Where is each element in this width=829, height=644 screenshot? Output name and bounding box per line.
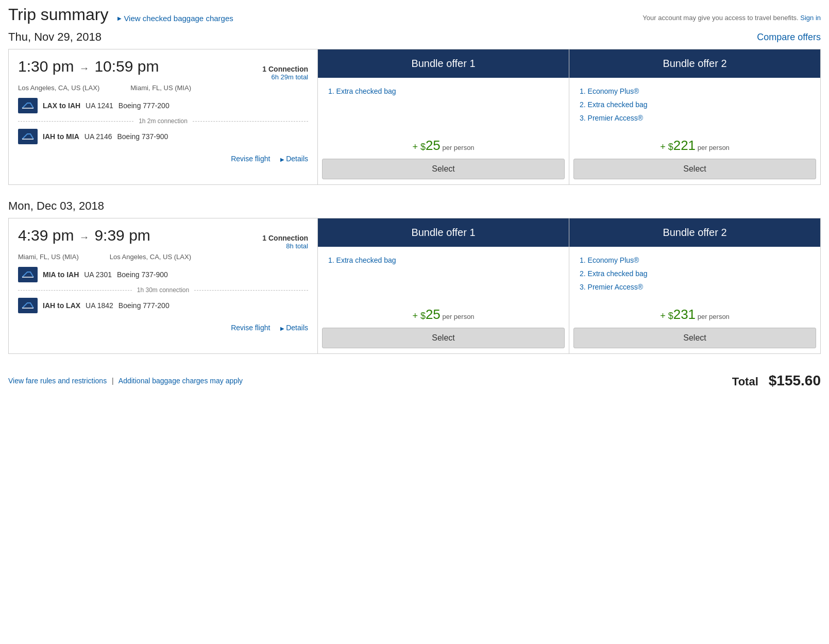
connection-count-2: 1 Connection xyxy=(262,234,308,242)
bundle-price-per-2b: per person xyxy=(698,313,730,320)
footer-links: View fare rules and restrictions | Addit… xyxy=(8,377,243,385)
segment-aircraft-1b: Boeing 737-900 xyxy=(117,132,168,141)
date-label-1: Thu, Nov 29, 2018 xyxy=(8,30,101,44)
bundle-feature-2b-1: 1. Economy Plus® xyxy=(580,256,810,264)
bundle-header-2b: Bundle offer 2 xyxy=(569,218,820,247)
depart-time-2: 4:39 pm xyxy=(18,227,74,244)
city-pair-2: Miami, FL, US (MIA) Los Angeles, CA, US … xyxy=(18,253,308,267)
ua-logo-2b xyxy=(18,298,38,313)
bundle-feature-2b-3: 3. Premier Access® xyxy=(580,283,810,291)
bundle-price-amount-1a: 25 xyxy=(426,138,441,153)
flight-actions-1: Revise flight Details xyxy=(18,151,308,163)
segment-route-2b: IAH to LAX xyxy=(43,301,80,310)
connection-info-1: 1 Connection 6h 29m total xyxy=(262,65,308,81)
details-link-2[interactable]: Details xyxy=(280,324,308,332)
bundle-price-amount-1b: 221 xyxy=(673,138,696,153)
segment-aircraft-1a: Boeing 777-200 xyxy=(119,101,170,110)
bundle-price-1b: + $221 per person xyxy=(569,132,820,157)
bundle-select-btn-2a[interactable]: Select xyxy=(322,328,565,348)
bundle-features-2a: 1. Extra checked bag xyxy=(318,247,569,301)
bundle-select-btn-1b[interactable]: Select xyxy=(573,159,816,179)
bundle-price-amount-2a: 25 xyxy=(426,307,441,322)
footer-separator: | xyxy=(112,377,114,385)
bundle-feature-1b-2: 2. Extra checked bag xyxy=(580,100,810,109)
flight-details-2: 4:39 pm → 9:39 pm 1 Connection 8h total … xyxy=(9,218,318,353)
segment-aircraft-2b: Boeing 777-200 xyxy=(119,301,170,310)
connection-divider-2: 1h 30m connection xyxy=(18,286,308,294)
flight-details-1: 1:30 pm → 10:59 pm 1 Connection 6h 29m t… xyxy=(9,49,318,184)
bundle-feature-2b-2: 2. Extra checked bag xyxy=(580,269,810,278)
svg-rect-0 xyxy=(20,100,36,111)
bundle-col-2a: Bundle offer 1 1. Extra checked bag + $2… xyxy=(318,218,569,353)
segment-flight-2b: UA 1842 xyxy=(86,301,113,310)
segment-row-2a: MIA to IAH UA 2301 Boeing 737-900 xyxy=(18,267,308,282)
flight-actions-2: Revise flight Details xyxy=(18,320,308,332)
bundle-col-1a: Bundle offer 1 1. Extra checked bag + $2… xyxy=(318,49,569,184)
ua-logo-2a xyxy=(18,267,38,282)
bundle-price-sign-1a: + $ xyxy=(412,142,426,152)
date-label-2: Mon, Dec 03, 2018 xyxy=(8,199,104,213)
baggage-note-link[interactable]: Additional baggage charges may apply xyxy=(119,377,243,385)
bundle-price-2a: + $25 per person xyxy=(318,301,569,326)
revise-flight-link-2[interactable]: Revise flight xyxy=(231,324,270,332)
bundle-col-1b: Bundle offer 2 1. Economy Plus® 2. Extra… xyxy=(569,49,820,184)
bundle-price-1a: + $25 per person xyxy=(318,132,569,157)
bundle-price-per-1a: per person xyxy=(442,144,474,151)
flight-card-2: 4:39 pm → 9:39 pm 1 Connection 8h total … xyxy=(8,218,821,354)
bundle-price-amount-2b: 231 xyxy=(673,307,696,322)
segment-route-1a: LAX to IAH xyxy=(43,101,80,110)
total-section: Total $155.60 xyxy=(732,372,821,389)
connection-count-1: 1 Connection xyxy=(262,65,308,73)
segment-aircraft-2a: Boeing 737-900 xyxy=(117,270,168,279)
bundle-feature-1a-1: 1. Extra checked bag xyxy=(328,87,559,95)
city-pair-1: Los Angeles, CA, US (LAX) Miami, FL, US … xyxy=(18,84,308,98)
bundle-features-1b: 1. Economy Plus® 2. Extra checked bag 3.… xyxy=(569,78,820,132)
svg-rect-1 xyxy=(20,131,36,142)
flight-times-1: 1:30 pm → 10:59 pm 1 Connection 6h 29m t… xyxy=(18,58,308,81)
revise-flight-link-1[interactable]: Revise flight xyxy=(231,155,270,163)
segment-route-2a: MIA to IAH xyxy=(43,270,79,279)
arrive-city-2: Los Angeles, CA, US (LAX) xyxy=(110,253,191,261)
segment-row-2b: IAH to LAX UA 1842 Boeing 777-200 xyxy=(18,298,308,313)
bundle-header-1a: Bundle offer 1 xyxy=(318,49,569,78)
ua-logo-1b xyxy=(18,129,38,144)
date-row-1: Thu, Nov 29, 2018 Compare offers xyxy=(8,30,821,44)
svg-rect-2 xyxy=(20,269,36,280)
view-baggage-link[interactable]: View checked baggage charges xyxy=(117,14,233,23)
segment-row-1b: IAH to MIA UA 2146 Boeing 737-900 xyxy=(18,129,308,144)
ua-logo-1a xyxy=(18,98,38,113)
account-notice: Your account may give you access to trav… xyxy=(642,14,821,22)
segment-row-1a: LAX to IAH UA 1241 Boeing 777-200 xyxy=(18,98,308,113)
bundle-price-sign-2b: + $ xyxy=(660,311,673,321)
total-amount: $155.60 xyxy=(769,372,821,389)
connection-divider-1: 1h 2m connection xyxy=(18,117,308,125)
total-time-2: 8h total xyxy=(262,242,308,250)
bundle-price-per-1b: per person xyxy=(698,144,730,151)
arrow-icon-2: → xyxy=(79,231,89,243)
depart-city-1: Los Angeles, CA, US (LAX) xyxy=(18,84,99,92)
compare-offers-link-1[interactable]: Compare offers xyxy=(757,32,821,43)
sign-in-link[interactable]: Sign in xyxy=(800,14,821,22)
details-link-1[interactable]: Details xyxy=(280,155,308,163)
segment-route-1b: IAH to MIA xyxy=(43,132,79,141)
fare-rules-link[interactable]: View fare rules and restrictions xyxy=(8,377,107,385)
date-row-2: Mon, Dec 03, 2018 xyxy=(8,199,821,213)
segment-flight-1b: UA 2146 xyxy=(84,132,112,141)
bundle-feature-2a-1: 1. Extra checked bag xyxy=(328,256,559,264)
segment-flight-2a: UA 2301 xyxy=(84,270,112,279)
bundle-price-sign-1b: + $ xyxy=(660,142,673,152)
arrow-icon-1: → xyxy=(79,62,89,74)
flight-card-1: 1:30 pm → 10:59 pm 1 Connection 6h 29m t… xyxy=(8,49,821,185)
arrive-city-1: Miami, FL, US (MIA) xyxy=(130,84,191,92)
depart-time-1: 1:30 pm xyxy=(18,58,74,75)
segment-flight-1a: UA 1241 xyxy=(86,101,113,110)
flight-section-2: Mon, Dec 03, 2018 4:39 pm → 9:39 pm 1 Co… xyxy=(8,199,821,354)
bundle-col-2b: Bundle offer 2 1. Economy Plus® 2. Extra… xyxy=(569,218,820,353)
bundle-price-per-2a: per person xyxy=(442,313,474,320)
bundle-select-btn-2b[interactable]: Select xyxy=(573,328,816,348)
bundle-features-2b: 1. Economy Plus® 2. Extra checked bag 3.… xyxy=(569,247,820,301)
arrive-time-1: 10:59 pm xyxy=(94,58,159,75)
bundle-select-btn-1a[interactable]: Select xyxy=(322,159,565,179)
bundle-header-2a: Bundle offer 1 xyxy=(318,218,569,247)
connection-info-2: 1 Connection 8h total xyxy=(262,234,308,250)
